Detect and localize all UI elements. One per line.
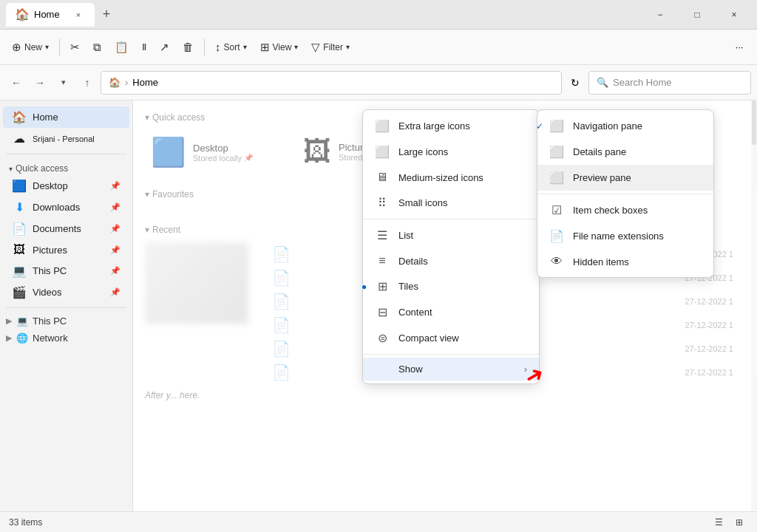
back-button[interactable]: ← [6, 72, 27, 93]
content-icon: ⊟ [375, 305, 390, 319]
view-label: View [273, 42, 292, 52]
sidebar-item-this-pc[interactable]: 💻 This PC 📌 [3, 260, 129, 282]
view-large-icons[interactable]: ⬜ Large icons [363, 139, 539, 165]
this-pc-label: This PC [33, 316, 67, 327]
sidebar-item-pictures[interactable]: 🖼 Pictures 📌 [3, 239, 129, 260]
network-icon: 🌐 [16, 332, 28, 344]
view-content[interactable]: ⊟ Content [363, 299, 539, 325]
pin-icon-3: 📌 [110, 224, 120, 233]
cloud-icon: ☁ [12, 132, 27, 146]
home-tab-label: Home [34, 9, 60, 20]
show-preview-pane[interactable]: ⬜ Preview pane [537, 165, 713, 191]
delete-icon: 🗑 [183, 41, 194, 53]
sidebar-item-home[interactable]: 🏠 Home [3, 106, 129, 128]
tiles-label: Tiles [398, 281, 418, 292]
medium-icons-label: Medium-sized icons [398, 172, 483, 183]
view-show[interactable]: Show › [363, 358, 539, 381]
view-details[interactable]: ≡ Details [363, 248, 539, 273]
home-tab-icon: 🏠 [15, 7, 30, 21]
quick-access-section[interactable]: ▾ Quick access [0, 159, 132, 175]
view-medium-icons[interactable]: 🖥 Medium-sized icons [363, 165, 539, 190]
statusbar: 33 items ☰ ⊞ [0, 511, 757, 532]
view-extra-large-icons[interactable]: ⬜ Extra large icons [363, 113, 539, 139]
view-button[interactable]: ⊞ View ▾ [254, 35, 305, 60]
preview-pane-icon: ⬜ [549, 171, 564, 185]
large-icons-icon: ⬜ [375, 145, 390, 159]
view-compact[interactable]: ⊜ Compact view [363, 325, 539, 351]
view-small-icons[interactable]: ⠿ Small icons [363, 190, 539, 216]
tab-area: 🏠 Home × + [6, 0, 643, 29]
extra-large-label: Extra large icons [398, 120, 470, 132]
quick-access-label: Quick access [16, 163, 68, 174]
view-menu-sep-2 [363, 354, 539, 355]
view-tiles[interactable]: ● ⊞ Tiles [363, 273, 539, 299]
filter-button[interactable]: ▽ Filter ▾ [305, 35, 356, 60]
small-icons-icon: ⠿ [375, 196, 390, 210]
sidebar-item-videos[interactable]: 🎬 Videos 📌 [3, 282, 129, 303]
videos-icon: 🎬 [12, 285, 27, 299]
sidebar-videos-label: Videos [33, 287, 62, 298]
sidebar-item-this-pc-group[interactable]: ▶ 💻 This PC [0, 313, 132, 330]
sidebar-item-srijani[interactable]: ☁ Srijani - Personal [3, 128, 129, 149]
home-tab[interactable]: 🏠 Home × [6, 3, 95, 27]
preview-pane-label: Preview pane [573, 172, 631, 183]
addressbar: ← → ▾ ↑ 🏠 › Home ↻ 🔍 Search Home [0, 65, 757, 100]
statusbar-view-controls: ☰ ⊞ [710, 514, 748, 531]
sidebar-item-network[interactable]: ▶ 🌐 Network [0, 330, 132, 347]
recent-locations-button[interactable]: ▾ [53, 72, 74, 93]
close-tab-button[interactable]: × [71, 7, 86, 22]
show-submenu-sep [537, 194, 713, 194]
details-pane-icon: ⬜ [549, 145, 564, 159]
sidebar-downloads-label: Downloads [33, 202, 80, 213]
checkboxes-icon: ☑ [549, 203, 564, 217]
pin-icon-6: 📌 [110, 287, 120, 297]
details-pane-label: Details pane [573, 146, 626, 157]
filter-chevron-icon: ▾ [346, 43, 350, 51]
sort-button[interactable]: ↕ Sort ▾ [209, 35, 253, 60]
view-list[interactable]: ☰ List [363, 222, 539, 248]
documents-icon: 📄 [12, 222, 27, 236]
more-options-button[interactable]: ··· [727, 35, 751, 59]
share-button[interactable]: ↗ [154, 35, 175, 60]
minimize-button[interactable]: − [643, 3, 677, 27]
sidebar-item-desktop[interactable]: 🟦 Desktop 📌 [3, 175, 129, 197]
paste-icon: 📋 [115, 41, 129, 54]
downloads-icon: ⬇ [12, 200, 27, 214]
address-box[interactable]: 🏠 › Home [101, 71, 562, 95]
large-icons-label: Large icons [398, 146, 448, 157]
sidebar-pictures-label: Pictures [33, 245, 67, 256]
show-hidden-items[interactable]: 👁 Hidden items [537, 249, 713, 274]
this-pc-icon: 💻 [12, 264, 27, 278]
delete-button[interactable]: 🗑 [177, 35, 200, 60]
new-button[interactable]: ⊕ New ▾ [6, 35, 55, 60]
cut-button[interactable]: ✂ [64, 35, 86, 60]
up-button[interactable]: ↑ [77, 72, 98, 93]
titlebar: 🏠 Home × + − □ × [0, 0, 757, 30]
tiles-view-button[interactable]: ⊞ [730, 514, 748, 531]
refresh-button[interactable]: ↻ [565, 72, 585, 93]
window-close-button[interactable]: × [717, 3, 751, 27]
sidebar-item-downloads[interactable]: ⬇ Downloads 📌 [3, 197, 129, 218]
sidebar-srijani-label: Srijani - Personal [33, 134, 95, 143]
show-file-extensions[interactable]: 📄 File name extensions [537, 223, 713, 249]
show-details-pane[interactable]: ⬜ Details pane [537, 139, 713, 165]
rename-icon: Ⅱ [142, 41, 146, 52]
details-view-button[interactable]: ☰ [710, 514, 727, 531]
content-label: Content [398, 307, 432, 318]
sidebar-desktop-label: Desktop [33, 180, 68, 191]
details-label: Details [398, 256, 428, 267]
sort-icon: ↕ [215, 41, 221, 53]
search-box[interactable]: 🔍 Search Home [588, 71, 751, 95]
maximize-button[interactable]: □ [680, 3, 714, 27]
view-chevron-icon: ▾ [294, 43, 298, 51]
show-item-checkboxes[interactable]: ☑ Item check boxes [537, 197, 713, 223]
show-navigation-pane[interactable]: ✓ ⬜ Navigation pane [537, 113, 713, 139]
sidebar-item-documents[interactable]: 📄 Documents 📌 [3, 218, 129, 239]
forward-button[interactable]: → [30, 72, 50, 93]
nav-pane-check-icon: ✓ [536, 121, 543, 132]
copy-button[interactable]: ⧉ [87, 35, 107, 60]
new-tab-button[interactable]: + [95, 3, 118, 27]
extra-large-icon: ⬜ [375, 119, 390, 133]
rename-button[interactable]: Ⅱ [136, 35, 152, 60]
paste-button[interactable]: 📋 [109, 35, 135, 60]
